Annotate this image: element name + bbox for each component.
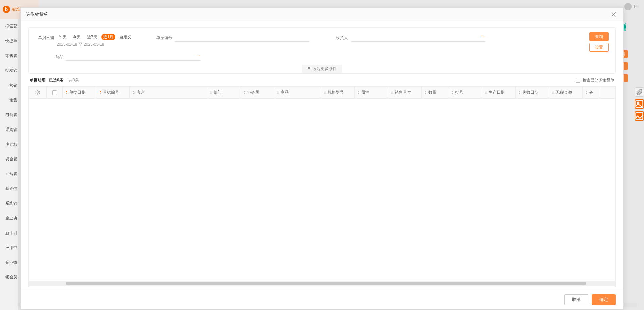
receiver-more-icon[interactable]: ··· [481,35,485,39]
sort-icon: ▲▼ [391,91,393,95]
total-count: | 共0条 [67,77,79,83]
sort-icon: ▲▼ [485,91,487,95]
filter-product: 商品 ··· [35,53,200,61]
sort-icon: ▲▼ [451,91,454,95]
confirm-button[interactable]: 确定 [592,294,616,305]
filter-product-label: 商品 [35,53,63,61]
filter-docno-label: 单据编号 [154,34,172,42]
col-sales-unit[interactable]: ▲▼ 销售单位 [388,87,422,98]
svg-point-3 [37,92,38,93]
filter-receiver: 收货人 ··· [329,34,485,42]
filter-panel: 单据日期 昨天 今天 近7天 近1月 自定义 2023-02-18 至 2023… [28,27,616,74]
table: ▲▼ 单据日期 ▲▼ 单据编号 ▲▼ 客户 ▲▼ 部门 [28,86,616,287]
list-title: 单据明细 [30,77,46,83]
sort-icon: ▲▼ [243,91,246,95]
sort-icon: ▲▼ [210,91,212,95]
sort-icon: ▲▼ [518,91,521,95]
gear-icon [35,90,40,95]
sort-icon: ▲▼ [99,91,102,95]
col-doc-no[interactable]: ▲▼ 单据编号 [96,87,130,98]
sort-icon: ▲▼ [277,91,279,95]
receiver-input[interactable] [351,34,485,42]
col-quantity[interactable]: ▲▼ 数量 [422,87,448,98]
col-product[interactable]: ▲▼ 商品 [274,87,321,98]
search-button[interactable]: 查询 [589,32,609,41]
sort-icon: ▲▼ [357,91,360,95]
settings-button[interactable]: 设置 [589,43,609,52]
col-spec[interactable]: ▲▼ 规格型号 [321,87,355,98]
close-button[interactable] [610,10,618,18]
docno-input[interactable] [175,34,309,42]
select-all-checkbox[interactable] [47,87,63,98]
col-remark[interactable]: ▲▼ 备 [583,87,599,98]
chevron-up-icon [307,67,311,70]
modal-body: 单据日期 昨天 今天 近7天 近1月 自定义 2023-02-18 至 2023… [21,21,623,290]
sort-icon: ▲▼ [132,91,135,95]
modal-footer: 取消 确定 [21,290,623,309]
modal-overlay: 选取销货单 单据日期 昨天 今天 近7天 近1月 [0,0,644,310]
include-dispatched-checkbox[interactable]: 包含已分拣销货单 [576,77,614,83]
filter-docno: 单据编号 [154,34,309,42]
col-attribute[interactable]: ▲▼ 属性 [355,87,388,98]
close-icon [611,12,616,17]
checkbox-icon [52,90,57,95]
modal-title: 选取销货单 [26,11,48,17]
col-batch[interactable]: ▲▼ 批号 [448,87,482,98]
chip-today[interactable]: 今天 [71,34,83,40]
col-no-tax-amount[interactable]: ▲▼ 无税金额 [549,87,583,98]
chip-last1month[interactable]: 近1月 [101,34,116,40]
col-prod-date[interactable]: ▲▼ 生产日期 [482,87,516,98]
col-doc-date[interactable]: ▲▼ 单据日期 [63,87,96,98]
sort-icon: ▲▼ [324,91,326,95]
select-sales-order-modal: 选取销货单 单据日期 昨天 今天 近7天 近1月 [20,7,624,309]
include-dispatched-label: 包含已分拣销货单 [582,77,614,83]
chip-custom[interactable]: 自定义 [117,34,133,40]
column-settings-button[interactable] [29,87,47,98]
chip-last7[interactable]: 近7天 [85,34,99,40]
col-department[interactable]: ▲▼ 部门 [207,87,240,98]
filter-date-label: 单据日期 [35,34,54,42]
sort-icon: ▲▼ [424,91,427,95]
col-salesman[interactable]: ▲▼ 业务员 [240,87,274,98]
list-header: 单据明细 已选0条 | 共0条 包含已分拣销货单 [28,74,616,86]
product-input[interactable] [66,53,200,61]
checkbox-icon [576,78,580,83]
table-body-empty [29,99,615,280]
collapse-label: 收起更多条件 [313,66,337,72]
product-more-icon[interactable]: ··· [196,54,200,58]
scrollbar-thumb[interactable] [66,282,586,285]
date-range-display: 2023-02-18 至 2023-03-18 [57,42,133,47]
date-chips: 昨天 今天 近7天 近1月 自定义 [57,34,133,40]
horizontal-scrollbar[interactable] [29,281,615,286]
col-customer[interactable]: ▲▼ 客户 [130,87,207,98]
table-header: ▲▼ 单据日期 ▲▼ 单据编号 ▲▼ 客户 ▲▼ 部门 [29,87,615,99]
chip-yesterday[interactable]: 昨天 [57,34,69,40]
selected-count: 已选0条 [49,77,63,83]
filter-receiver-label: 收货人 [329,34,348,42]
modal-header: 选取销货单 [21,8,623,21]
collapse-filters-button[interactable]: 收起更多条件 [302,65,342,73]
filter-actions: 查询 设置 [589,32,609,52]
filter-date: 单据日期 昨天 今天 近7天 近1月 自定义 2023-02-18 至 2023… [35,34,133,47]
sort-icon: ▲▼ [65,91,68,95]
col-expiry-date[interactable]: ▲▼ 失效日期 [516,87,549,98]
sort-icon: ▲▼ [552,91,554,95]
sort-icon: ▲▼ [585,91,588,95]
cancel-button[interactable]: 取消 [564,294,588,305]
